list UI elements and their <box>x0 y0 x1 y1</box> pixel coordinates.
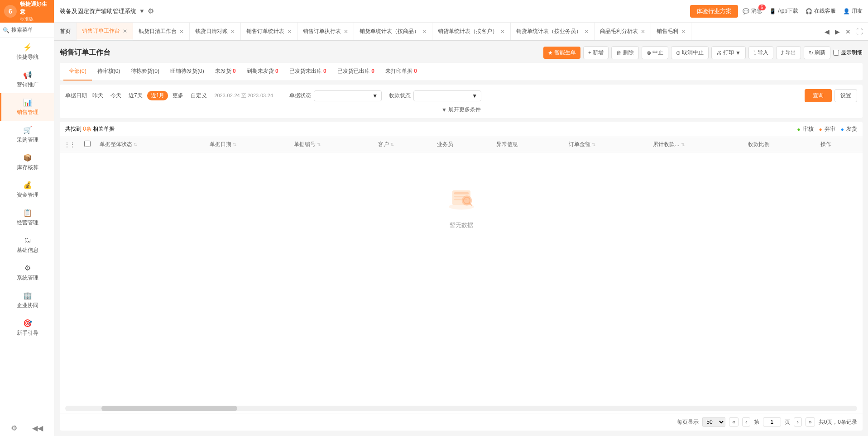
tab-cash-daily-close[interactable]: ✕ <box>179 28 184 35</box>
expand-filter-button[interactable]: ▼ 展开更多条件 <box>441 106 481 114</box>
tab-profit-close[interactable]: ✕ <box>681 28 686 35</box>
nav-operation[interactable]: 📋 经营管理 <box>0 204 54 231</box>
sort-customer-icon[interactable]: ⇅ <box>390 142 394 147</box>
nav-system[interactable]: ⚙ 系统管理 <box>0 259 54 286</box>
next-page-button[interactable]: › <box>794 417 802 427</box>
tab-maximize-icon[interactable]: ⛶ <box>854 27 864 36</box>
last-page-button[interactable]: » <box>806 417 815 427</box>
sub-tab-all[interactable]: 全部(0) <box>63 63 92 81</box>
table-scroll-container[interactable]: ⋮⋮ 单据整体状态 ⇅ 单据日期 ⇅ 单据编号 ⇅ 客户 ⇅ 业务员 异常信息 … <box>60 137 863 406</box>
sub-tab-unprinted[interactable]: 未打印单据 0 <box>380 63 422 81</box>
delete-button[interactable]: 🗑 删除 <box>611 46 639 59</box>
nav-marketing[interactable]: 📢 营销推广 <box>0 66 54 93</box>
per-page-select[interactable]: 50 20 100 <box>702 417 725 427</box>
cancel-stop-button[interactable]: ⊙ 取消中止 <box>671 46 709 59</box>
tab-home[interactable]: 首页 <box>54 23 77 41</box>
nav-enterprise[interactable]: 🏢 企业协同 <box>0 286 54 314</box>
app-download-button[interactable]: 📱 App下载 <box>769 7 798 15</box>
sort-collected-icon[interactable]: ⇅ <box>681 142 685 147</box>
receipt-select[interactable]: ▼ <box>413 90 481 101</box>
sub-tab-shipped-no-stock[interactable]: 已发货未出库 0 <box>284 63 332 81</box>
nav-inventory[interactable]: 📦 库存核算 <box>0 148 54 176</box>
tab-by-customer-close[interactable]: ✕ <box>500 28 505 35</box>
sort-number-icon[interactable]: ⇅ <box>317 142 321 147</box>
tab-sales-order[interactable]: 销售订单工作台 ✕ <box>77 23 133 41</box>
user-menu[interactable]: 👤 用友 <box>843 7 863 15</box>
tab-margin[interactable]: 商品毛利分析表 ✕ <box>595 23 651 41</box>
tab-prev-icon[interactable]: ◀ <box>823 27 831 36</box>
date-custom[interactable]: 自定义 <box>188 91 210 100</box>
prev-page-button[interactable]: ‹ <box>742 417 750 427</box>
detail-checkbox-label[interactable]: 显示明细 <box>833 49 863 57</box>
audit-button[interactable]: 审核 <box>797 125 813 133</box>
tab-sales-stats[interactable]: 销售订单统计表 ✕ <box>241 23 297 41</box>
sub-tab-unshipped[interactable]: 未发货 0 <box>210 63 241 81</box>
online-service-button[interactable]: 🎧 在线客服 <box>806 7 836 15</box>
message-button[interactable]: 💬 消息 6 <box>743 7 762 15</box>
tab-cash-reconcile[interactable]: 钱货日清对账 ✕ <box>190 23 241 41</box>
nav-guide[interactable]: 🎯 新手引导 <box>0 314 54 341</box>
refresh-button[interactable]: ↻ 刷新 <box>804 46 830 59</box>
tab-cash-daily[interactable]: 钱货日清工作台 ✕ <box>133 23 190 41</box>
import-button[interactable]: ⤵ 导入 <box>748 46 773 59</box>
tab-cash-reconcile-close[interactable]: ✕ <box>230 28 235 35</box>
add-button[interactable]: + 新增 <box>583 46 609 59</box>
nav-sales[interactable]: 📊 销售管理 <box>0 93 54 121</box>
sort-status-icon[interactable]: ⇅ <box>134 142 137 147</box>
date-yesterday[interactable]: 昨天 <box>90 91 106 100</box>
drag-icon: ⋮⋮ <box>64 142 75 148</box>
sub-tab-inspect[interactable]: 待拣验货(0) <box>125 63 165 81</box>
tab-sales-by-product[interactable]: 销货单统计表（按商品） ✕ <box>354 23 432 41</box>
date-more[interactable]: 更多 <box>170 91 186 100</box>
tab-sales-profit[interactable]: 销售毛利 ✕ <box>651 23 691 41</box>
status-select[interactable]: ▼ <box>314 90 382 101</box>
date-today[interactable]: 今天 <box>108 91 124 100</box>
sub-tab-overdue-label: 到期未发货 0 <box>247 68 278 74</box>
nav-basic[interactable]: 🗂 基础信息 <box>0 231 54 259</box>
tab-sales-by-staff[interactable]: 销货单统计表（按业务员） ✕ <box>511 23 595 41</box>
nav-finance[interactable]: 💰 资金管理 <box>0 176 54 204</box>
detail-checkbox[interactable] <box>833 50 839 56</box>
scroll-thumb[interactable] <box>101 406 237 411</box>
sort-date-icon[interactable]: ⇅ <box>233 142 236 147</box>
topbar-dropdown-icon[interactable]: ▼ <box>139 8 145 14</box>
horizontal-scrollbar[interactable] <box>65 406 857 411</box>
select-all-checkbox[interactable] <box>84 141 91 147</box>
page-number-input[interactable] <box>763 417 781 427</box>
sub-tab-overdue[interactable]: 到期未发货 0 <box>241 63 284 81</box>
sub-tab-wangpu[interactable]: 旺铺待发货(0) <box>165 63 210 81</box>
query-button[interactable]: 查询 <box>805 89 832 102</box>
tab-sales-by-customer[interactable]: 销货单统计表（按客户） ✕ <box>432 23 511 41</box>
tab-margin-close[interactable]: ✕ <box>641 28 645 35</box>
smart-generate-button[interactable]: ★ 智能生单 <box>543 47 580 59</box>
sort-amount-icon[interactable]: ⇅ <box>592 142 595 147</box>
stop-button[interactable]: ⊗ 中止 <box>642 46 668 59</box>
export-button[interactable]: ⤴ 导出 <box>776 46 801 59</box>
unaudit-button[interactable]: 弃审 <box>819 125 835 133</box>
print-button[interactable]: 🖨 打印 ▼ <box>711 46 746 59</box>
nav-quick[interactable]: ⚡ 快捷导航 <box>0 38 54 66</box>
solution-button[interactable]: 体验行业方案 <box>690 5 738 18</box>
tab-close-all-icon[interactable]: ✕ <box>844 27 853 36</box>
tab-sales-order-close[interactable]: ✕ <box>123 28 127 34</box>
th-staff-label: 业务员 <box>437 141 453 147</box>
tab-next-icon[interactable]: ▶ <box>833 27 842 36</box>
nav-purchase[interactable]: 🛒 采购管理 <box>0 121 54 148</box>
first-page-button[interactable]: « <box>729 417 739 427</box>
tab-by-product-close[interactable]: ✕ <box>422 28 427 35</box>
tab-sales-exec[interactable]: 销售订单执行表 ✕ <box>297 23 354 41</box>
tab-by-staff-close[interactable]: ✕ <box>584 28 589 35</box>
tab-sales-exec-close[interactable]: ✕ <box>344 28 348 35</box>
collapse-icon[interactable]: ◀◀ <box>32 424 43 432</box>
set-button[interactable]: 设置 <box>834 89 857 102</box>
topbar-gear-icon[interactable]: ⚙ <box>148 7 154 15</box>
ship-button[interactable]: 发货 <box>841 125 857 133</box>
system-title: 装备及固定资产辅助管理系统 <box>60 7 136 15</box>
sub-tab-pending[interactable]: 待审核(0) <box>92 63 126 81</box>
sidebar-search[interactable]: 🔍 搜索菜单 <box>0 23 54 38</box>
settings-icon[interactable]: ⚙ <box>11 424 17 432</box>
date-7days[interactable]: 近7天 <box>126 91 145 100</box>
date-1month[interactable]: 近1月 <box>147 91 168 100</box>
sub-tab-shipped-out[interactable]: 已发货已出库 0 <box>332 63 380 81</box>
tab-sales-stats-close[interactable]: ✕ <box>287 28 292 35</box>
